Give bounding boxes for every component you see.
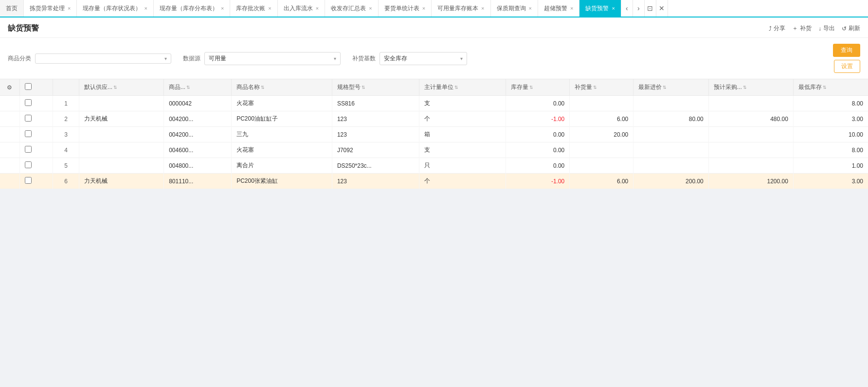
tab-available-ledger-close[interactable]: × [481, 5, 484, 11]
tab-inventory-dist-close[interactable]: × [221, 5, 224, 11]
td-settings-cell [0, 158, 19, 174]
tab-next-btn[interactable]: › [633, 0, 645, 17]
td-latest-price [633, 142, 709, 158]
refresh-button[interactable]: ↺ 刷新 [842, 24, 860, 33]
th-latest-price[interactable]: 最新进价 ⇅ [633, 79, 709, 96]
td-latest-price: 200.00 [633, 174, 709, 189]
page-title: 缺货预警 [8, 23, 39, 34]
th-stock[interactable]: 库存量 ⇅ [506, 79, 570, 96]
category-select[interactable]: ▾ [35, 53, 171, 64]
tab-batch-account[interactable]: 库存批次账 × [230, 0, 277, 17]
tab-prev-btn[interactable]: ‹ [621, 0, 633, 17]
tab-expiry[interactable]: 保质期查询 × [491, 0, 538, 17]
row-checkbox[interactable] [25, 130, 32, 137]
td-unit: 箱 [419, 127, 506, 142]
table-row: 5 004800... 离合片 DS250*23c... 只 0.00 1.00 [0, 158, 868, 174]
td-spec: J7092 [332, 142, 419, 158]
td-checkbox [19, 127, 53, 142]
row-checkbox[interactable] [25, 177, 32, 184]
td-row-num: 5 [53, 158, 79, 174]
th-product-code[interactable]: 商品... ⇅ [164, 79, 232, 96]
refresh-icon: ↺ [842, 25, 847, 32]
tab-available-ledger[interactable]: 可用量库存账本 × [432, 0, 490, 17]
tab-flow[interactable]: 出入库流水 × [278, 0, 325, 17]
th-checkbox [19, 79, 53, 96]
tab-order-stats-close[interactable]: × [422, 5, 425, 11]
td-est-purchase [708, 158, 793, 174]
td-latest-price [633, 158, 709, 174]
th-settings[interactable]: ⚙ [0, 79, 19, 96]
tab-picking-close[interactable]: × [68, 5, 71, 11]
tab-picking-label: 拣货异常处理 [30, 4, 65, 13]
tab-restore-btn[interactable]: ⊡ [645, 0, 656, 17]
row-checkbox[interactable] [25, 99, 32, 106]
td-settings-cell [0, 127, 19, 142]
tab-inventory-status-close[interactable]: × [144, 5, 147, 11]
row-checkbox[interactable] [25, 115, 32, 122]
select-all-checkbox[interactable] [25, 83, 32, 90]
datasource-select[interactable]: 可用量 ▾ [204, 52, 341, 65]
td-product-code: 004600... [164, 142, 232, 158]
tab-shortage[interactable]: 缺货预警 × [579, 0, 621, 17]
td-unit: 个 [419, 174, 506, 189]
table-row: 4 004600... 火花塞 J7092 支 0.00 8.00 [0, 142, 868, 158]
replenish-base-filter-label: 补货基数 [352, 54, 376, 63]
th-product-name[interactable]: 商品名称 ⇅ [232, 79, 332, 96]
th-replenish-qty[interactable]: 补货量 ⇅ [570, 79, 633, 96]
sort-icon-replenish: ⇅ [593, 85, 597, 90]
tab-available-ledger-label: 可用量库存账本 [437, 4, 478, 13]
query-button[interactable]: 查询 [833, 44, 860, 57]
tab-picking[interactable]: 拣货异常处理 × [24, 0, 77, 17]
tab-overstock-close[interactable]: × [570, 5, 573, 11]
share-button[interactable]: ⤴ 分享 [769, 24, 785, 33]
tab-flow-close[interactable]: × [316, 5, 319, 11]
th-spec[interactable]: 规格型号 ⇅ [332, 79, 419, 96]
td-spec: SS816 [332, 96, 419, 111]
th-est-purchase-label: 预计采购... [714, 83, 742, 91]
row-checkbox[interactable] [25, 146, 32, 153]
tab-shortage-close[interactable]: × [612, 5, 615, 11]
close-all-icon: ✕ [659, 4, 665, 12]
td-stock: 0.00 [506, 96, 570, 111]
tab-overstock[interactable]: 超储预警 × [538, 0, 579, 17]
tab-inventory-status[interactable]: 现存量（库存状况表） × [77, 0, 153, 17]
th-est-purchase[interactable]: 预计采购... ⇅ [708, 79, 793, 96]
tab-batch-account-close[interactable]: × [268, 5, 271, 11]
td-est-purchase [708, 96, 793, 111]
th-min-stock[interactable]: 最低库存 ⇅ [793, 79, 868, 96]
tab-expiry-close[interactable]: × [529, 5, 532, 11]
tab-close-all-btn[interactable]: ✕ [656, 0, 668, 17]
tab-expiry-label: 保质期查询 [497, 4, 526, 13]
th-default-supplier[interactable]: 默认供应... ⇅ [79, 79, 164, 96]
tab-overstock-label: 超储预警 [544, 4, 567, 13]
row-checkbox[interactable] [25, 161, 32, 168]
table-row: 3 004200... 三九 123 箱 0.00 20.00 10.00 [0, 127, 868, 142]
restore-icon: ⊡ [647, 4, 653, 12]
td-stock: 0.00 [506, 158, 570, 174]
tab-summary-close[interactable]: × [369, 5, 372, 11]
settings-button[interactable]: 设置 [834, 60, 860, 73]
sort-icon-unit: ⇅ [454, 85, 458, 90]
td-est-purchase: 1200.00 [708, 174, 793, 189]
td-checkbox [19, 111, 53, 127]
replenish-button[interactable]: ＋ 补货 [792, 24, 812, 33]
replenish-base-chevron-icon: ▾ [460, 56, 463, 61]
td-checkbox [19, 142, 53, 158]
tab-inventory-dist[interactable]: 现存量（库存分布表） × [154, 0, 230, 17]
export-button[interactable]: ↓ 导出 [818, 24, 835, 33]
page-content: 缺货预警 ⤴ 分享 ＋ 补货 ↓ 导出 ↺ 刷新 商品分类 [0, 18, 868, 189]
td-settings-cell [0, 142, 19, 158]
tab-home[interactable]: 首页 [0, 0, 24, 17]
tab-inventory-status-label: 现存量（库存状况表） [83, 4, 141, 13]
tab-summary[interactable]: 收发存汇总表 × [325, 0, 378, 17]
tab-order-stats[interactable]: 要货单统计表 × [379, 0, 432, 17]
category-filter-label: 商品分类 [8, 54, 31, 63]
replenish-base-select[interactable]: 安全库存 ▾ [380, 52, 467, 65]
tab-bar: 首页 拣货异常处理 × 现存量（库存状况表） × 现存量（库存分布表） × 库存… [0, 0, 868, 18]
th-unit[interactable]: 主计量单位 ⇅ [419, 79, 506, 96]
tab-shortage-label: 缺货预警 [585, 4, 609, 13]
tab-inventory-dist-label: 现存量（库存分布表） [160, 4, 218, 13]
replenish-icon: ＋ [792, 24, 798, 33]
sort-icon-spec: ⇅ [362, 85, 365, 90]
datasource-filter-group: 数据源 可用量 ▾ [183, 52, 341, 65]
